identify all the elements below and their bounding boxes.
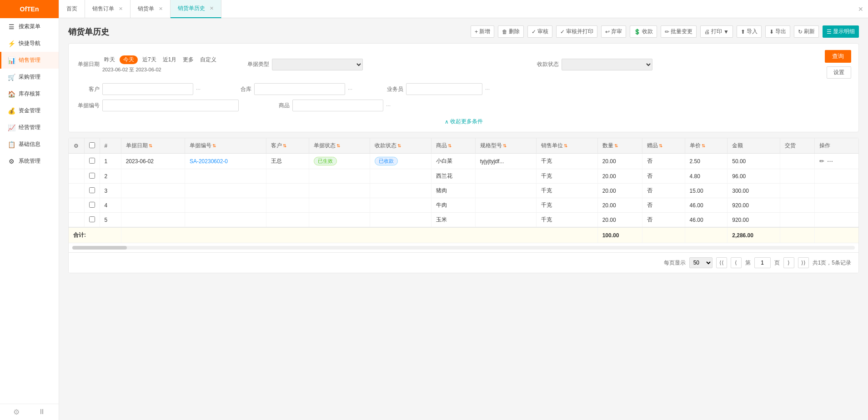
- main-area: 首页 销售订单 ✕ 销货单 ✕ 销货单历史 ✕ ✕ 销货单历史 + 新增: [59, 0, 868, 420]
- row-checkbox[interactable]: [89, 173, 95, 179]
- date-shortcut-7days[interactable]: 近7天: [140, 55, 158, 64]
- row-doc-no[interactable]: [185, 169, 266, 184]
- salesperson-input[interactable]: [406, 83, 482, 95]
- add-button[interactable]: + 新增: [471, 25, 494, 38]
- date-shortcuts: 昨天 今天 近7天 近1月 更多 自定义 2023-06-02 至 2023-0…: [102, 55, 218, 73]
- page-last-button[interactable]: ⟩⟩: [798, 257, 809, 268]
- th-settings[interactable]: ⚙: [69, 138, 84, 154]
- type-select[interactable]: [272, 59, 363, 70]
- collapse-button[interactable]: ∧ 收起更多条件: [445, 118, 483, 125]
- page-first-button[interactable]: ⟨⟨: [716, 257, 727, 268]
- product-input[interactable]: [292, 100, 383, 111]
- customer-ellipsis[interactable]: ···: [196, 86, 201, 92]
- row-checkbox-cell[interactable]: [84, 169, 100, 184]
- date-shortcut-yesterday[interactable]: 昨天: [102, 55, 117, 64]
- th-qty[interactable]: 数量⇅: [597, 138, 642, 154]
- tab-sales-delivery-close[interactable]: ✕: [159, 6, 163, 12]
- row-checkbox[interactable]: [89, 158, 95, 164]
- tab-sales-order[interactable]: 销售订单 ✕: [85, 0, 130, 18]
- sidebar-item-sales-mgmt[interactable]: 📊 销售管理: [0, 52, 59, 69]
- row-transaction: [780, 184, 815, 198]
- row-checkbox-cell[interactable]: [84, 198, 100, 213]
- sidebar-item-quick-nav[interactable]: ⚡ 快捷导航: [0, 35, 59, 52]
- toolbar: + 新增 🗑 删除 ✓ 审核 ✓ 审核并打印 ↩ 弃审: [471, 25, 859, 38]
- row-doc-no[interactable]: [185, 198, 266, 213]
- row-checkbox-cell[interactable]: [84, 154, 100, 169]
- date-shortcut-custom[interactable]: 自定义: [198, 55, 218, 64]
- query-button[interactable]: 查询: [825, 50, 851, 63]
- th-gift[interactable]: 赠品⇅: [642, 138, 685, 154]
- th-unit-price[interactable]: 单价⇅: [685, 138, 728, 154]
- export-button[interactable]: ⬇ 导出: [765, 25, 790, 38]
- page-size-select[interactable]: 50 100: [689, 257, 712, 268]
- tab-bar-close-all[interactable]: ✕: [858, 5, 868, 13]
- product-ellipsis[interactable]: ···: [386, 102, 391, 109]
- customer-input[interactable]: [102, 83, 193, 95]
- row-doc-no[interactable]: SA-20230602-0: [185, 154, 266, 169]
- sidebar-item-inventory[interactable]: 🏠 库存核算: [0, 85, 59, 102]
- th-doc-no[interactable]: 单据编号⇅: [185, 138, 266, 154]
- date-shortcut-1month[interactable]: 近1月: [161, 55, 179, 64]
- sidebar-item-basic-info[interactable]: 📋 基础信息: [0, 136, 59, 153]
- th-product[interactable]: 商品⇅: [431, 138, 475, 154]
- horizontal-scrollbar[interactable]: [72, 246, 855, 250]
- sidebar-item-operations[interactable]: 📈 经营管理: [0, 119, 59, 136]
- th-date[interactable]: 单据日期⇅: [121, 138, 185, 154]
- tab-sales-order-close[interactable]: ✕: [119, 6, 123, 12]
- row-checkbox[interactable]: [89, 187, 95, 193]
- row-pay-status: [370, 184, 431, 198]
- row-checkbox-cell[interactable]: [84, 213, 100, 228]
- sidebar-pause-icon[interactable]: ⏸: [38, 408, 45, 416]
- delete-button[interactable]: 🗑 删除: [498, 25, 524, 38]
- salesperson-ellipsis[interactable]: ···: [485, 86, 490, 92]
- show-detail-button[interactable]: ☰ 显示明细: [823, 25, 859, 38]
- th-checkbox[interactable]: [84, 138, 100, 154]
- import-button[interactable]: ⬆ 导入: [737, 25, 762, 38]
- discard-button[interactable]: ↩ 弃审: [601, 25, 626, 38]
- select-all-checkbox[interactable]: [89, 142, 95, 148]
- th-customer[interactable]: 客户⇅: [266, 138, 309, 154]
- row-doc-no[interactable]: [185, 184, 266, 198]
- row-checkbox[interactable]: [89, 216, 95, 222]
- row-checkbox-cell[interactable]: [84, 184, 100, 198]
- collect-button[interactable]: 💲 收款: [630, 25, 657, 38]
- tab-sales-delivery[interactable]: 销货单 ✕: [130, 0, 171, 18]
- more-icon[interactable]: ⋯: [827, 158, 833, 165]
- tab-home[interactable]: 首页: [59, 0, 85, 18]
- row-unit: 千克: [537, 198, 598, 213]
- th-doc-status[interactable]: 单据状态⇅: [309, 138, 370, 154]
- row-qty: 20.00: [597, 169, 642, 184]
- sidebar-item-search-menu[interactable]: ☰ 搜索菜单: [0, 18, 59, 35]
- date-shortcut-today[interactable]: 今天: [120, 55, 138, 64]
- row-doc-no[interactable]: [185, 213, 266, 228]
- row-transaction: [780, 169, 815, 184]
- table-row: 2 西兰花 千克 20.00 否 4.80 96.00: [69, 169, 858, 184]
- approve-button[interactable]: ✓ 审核: [527, 25, 552, 38]
- tab-sales-history[interactable]: 销货单历史 ✕: [171, 0, 221, 18]
- table-scroll[interactable]: ⚙ # 单据日期⇅ 单据编号⇅ 客户⇅ 单据状态⇅ 收款状态⇅ 商品⇅ 规格型号…: [69, 138, 858, 243]
- th-pay-status[interactable]: 收款状态⇅: [370, 138, 431, 154]
- page-number-input[interactable]: [754, 257, 771, 268]
- tab-sales-history-close[interactable]: ✕: [210, 5, 214, 11]
- warehouse-input[interactable]: [254, 83, 345, 95]
- refresh-button[interactable]: ↻ 刷新: [794, 25, 819, 38]
- date-shortcut-more[interactable]: 更多: [181, 55, 196, 64]
- set-button[interactable]: 设置: [827, 66, 851, 79]
- edit-icon[interactable]: ✏: [819, 158, 824, 165]
- payment-select[interactable]: [562, 59, 652, 70]
- page-next-button[interactable]: ⟩: [783, 257, 794, 268]
- doc-no-input[interactable]: [102, 100, 239, 111]
- approve-print-button[interactable]: ✓ 审核并打印: [556, 25, 597, 38]
- sidebar-settings-icon[interactable]: ⚙: [13, 408, 20, 416]
- sidebar-item-finance[interactable]: 💰 资金管理: [0, 102, 59, 119]
- row-checkbox[interactable]: [89, 202, 95, 208]
- print-button[interactable]: 🖨 打印 ▼: [700, 25, 733, 38]
- sidebar-item-sys-mgmt[interactable]: ⚙ 系统管理: [0, 153, 59, 170]
- sidebar-item-purchase-mgmt[interactable]: 🛒 采购管理: [0, 69, 59, 85]
- th-unit[interactable]: 销售单位⇅: [537, 138, 598, 154]
- scrollbar-thumb[interactable]: [72, 246, 127, 250]
- batch-change-button[interactable]: ✏ 批量变更: [661, 25, 697, 38]
- page-prev-button[interactable]: ⟨: [731, 257, 742, 268]
- warehouse-ellipsis[interactable]: ···: [348, 86, 352, 92]
- th-spec[interactable]: 规格型号⇅: [475, 138, 537, 154]
